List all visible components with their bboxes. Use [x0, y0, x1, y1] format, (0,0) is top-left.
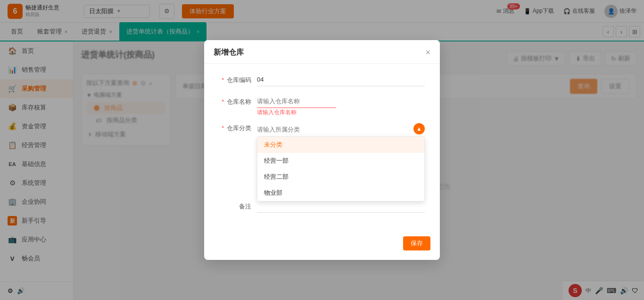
category-arrow-btn[interactable]: ▲: [413, 123, 425, 134]
name-input[interactable]: [257, 95, 336, 108]
modal-body: * 仓库编码 * 仓库名称 请输入仓库名称 *: [204, 64, 440, 231]
modal-header: 新增仓库 ×: [204, 40, 440, 64]
code-field-row: * 仓库编码: [219, 73, 425, 86]
add-warehouse-modal: 新增仓库 × * 仓库编码 * 仓库名称 请输入仓库名称: [204, 40, 440, 260]
category-option-none[interactable]: 未分类: [257, 137, 424, 153]
category-option-dept1[interactable]: 经营一部: [257, 153, 424, 169]
remark-field-row: 备注: [219, 200, 425, 213]
code-label: * 仓库编码: [219, 73, 257, 84]
category-input[interactable]: [257, 123, 425, 136]
modal-title: 新增仓库: [214, 48, 244, 58]
category-dropdown: 未分类 经营一部 经营二部 物业部: [257, 136, 425, 201]
modal-close-btn[interactable]: ×: [425, 48, 430, 58]
category-label: * 仓库分类: [219, 121, 257, 133]
code-input[interactable]: [257, 73, 425, 86]
name-label: * 仓库名称: [219, 95, 257, 106]
remark-input[interactable]: [257, 200, 425, 213]
name-error-msg: 请输入仓库名称: [257, 108, 297, 117]
category-field-row: * 仓库分类 ▲ 未分类 经营一部: [219, 121, 425, 138]
modal-overlay: 新增仓库 × * 仓库编码 * 仓库名称 请输入仓库名称: [0, 0, 644, 300]
category-option-property[interactable]: 物业部: [257, 185, 424, 201]
save-btn[interactable]: 保存: [403, 236, 430, 250]
modal-footer: 保存: [204, 231, 440, 260]
category-option-dept2[interactable]: 经营二部: [257, 169, 424, 185]
remark-label: 备注: [219, 200, 257, 211]
name-field-row: * 仓库名称 请输入仓库名称: [219, 95, 425, 108]
category-select-wrap: ▲ 未分类 经营一部 经营二部 物业部: [257, 121, 425, 138]
